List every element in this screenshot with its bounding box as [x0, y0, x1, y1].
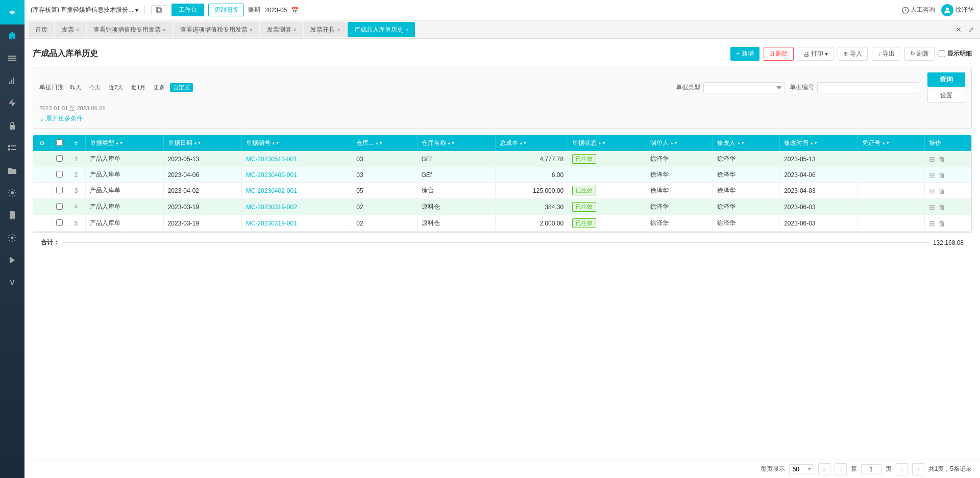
- op-delete-icon-4[interactable]: 🗑: [938, 219, 945, 228]
- shortcut-custom[interactable]: 自定义: [170, 83, 193, 92]
- tab-product-history-close[interactable]: ×: [405, 27, 408, 33]
- row-checkbox-0[interactable]: [56, 155, 63, 162]
- first-page-button[interactable]: «: [818, 463, 830, 475]
- delete-button[interactable]: ⊟ 删除: [764, 47, 794, 61]
- col-settings[interactable]: ⚙: [33, 135, 52, 151]
- close-all-tabs-button[interactable]: ✕: [953, 24, 964, 35]
- col-date[interactable]: 单据日期 ▲▼: [163, 135, 241, 151]
- cell-checkbox-0[interactable]: [52, 151, 67, 167]
- switch-version-button[interactable]: 切到旧版: [208, 4, 244, 16]
- tab-invoice-open[interactable]: 发票开具 ×: [304, 22, 347, 37]
- number-link-0[interactable]: MC-20230513-001: [246, 156, 297, 163]
- row-checkbox-2[interactable]: [56, 187, 63, 193]
- sidebar-item-folder[interactable]: [0, 159, 24, 182]
- op-delete-icon-0[interactable]: 🗑: [938, 155, 945, 163]
- col-creator[interactable]: 制单人 ▲▼: [646, 135, 713, 151]
- op-delete-icon-2[interactable]: 🗑: [938, 187, 945, 195]
- tab-invoice-calc[interactable]: 发票测算 ×: [260, 22, 303, 37]
- cell-number-0[interactable]: MC-20230513-001: [241, 151, 352, 167]
- cell-number-1[interactable]: MC-20230406-001: [241, 167, 352, 183]
- shortcut-1month[interactable]: 近1月: [128, 83, 149, 92]
- sidebar-item-play[interactable]: [0, 249, 24, 271]
- calendar-icon[interactable]: 📅: [291, 7, 299, 14]
- last-page-button[interactable]: »: [912, 463, 924, 475]
- col-total-cost[interactable]: 总成本 ▲▼: [495, 135, 568, 151]
- sidebar-item-mobile[interactable]: [0, 204, 24, 227]
- set-button[interactable]: 设置: [927, 89, 965, 103]
- export-button[interactable]: ↓ 导出: [872, 47, 900, 61]
- print-button[interactable]: 🖨 打印 ▾: [798, 47, 834, 61]
- copy-button[interactable]: [151, 5, 167, 15]
- cell-number-4[interactable]: MC-20230319-001: [241, 215, 352, 232]
- tab-sales-vat-close[interactable]: ×: [163, 27, 166, 33]
- cell-checkbox-1[interactable]: [52, 167, 67, 183]
- col-type[interactable]: 单据类型 ▲▼: [85, 135, 163, 151]
- cell-checkbox-2[interactable]: [52, 183, 67, 199]
- cell-checkbox-4[interactable]: [52, 215, 67, 232]
- col-modifier[interactable]: 修改人 ▲▼: [713, 135, 780, 151]
- expand-filter-button[interactable]: ⌄ 展开更多条件: [39, 114, 965, 123]
- company-selector[interactable]: (库存核算) 直播轻娱通信息技术股份... ▾: [31, 6, 138, 14]
- col-warehouse-code[interactable]: 仓库... ▲▼: [352, 135, 417, 151]
- sidebar-item-menu[interactable]: [0, 47, 24, 69]
- show-detail-checkbox[interactable]: [939, 51, 945, 57]
- cell-checkbox-3[interactable]: [52, 199, 67, 215]
- refresh-button[interactable]: ↻ 刷新: [904, 47, 935, 61]
- workbench-button[interactable]: 工作台: [172, 4, 204, 16]
- user-menu[interactable]: 徐泽华: [941, 4, 974, 16]
- filter-number-input[interactable]: [817, 82, 919, 93]
- tab-product-history[interactable]: 产成品入库单历史 ×: [348, 22, 415, 37]
- next-page-button[interactable]: ›: [896, 463, 908, 475]
- page-size-select[interactable]: 20 50 100: [789, 464, 814, 474]
- row-checkbox-3[interactable]: [56, 203, 63, 210]
- expand-window-button[interactable]: ⤢: [966, 24, 976, 35]
- tab-home[interactable]: 首页: [29, 22, 54, 37]
- row-checkbox-4[interactable]: [56, 219, 63, 226]
- cell-number-2[interactable]: MC-20230402-001: [241, 183, 352, 199]
- shortcut-7days[interactable]: 近7天: [106, 83, 126, 92]
- col-warehouse-name[interactable]: 仓库名称 ▲▼: [417, 135, 495, 151]
- tab-sales-vat[interactable]: 查看销项增值税专用发票 ×: [87, 22, 173, 37]
- sidebar-item-quick[interactable]: [0, 92, 24, 114]
- settings-icon[interactable]: ⚙: [39, 140, 45, 147]
- cell-number-3[interactable]: MC-20230319-002: [241, 199, 352, 215]
- col-status[interactable]: 单据状态 ▲▼: [568, 135, 646, 151]
- sidebar-item-settings[interactable]: [0, 227, 24, 249]
- sidebar-item-tool[interactable]: [0, 182, 24, 204]
- row-checkbox-1[interactable]: [56, 171, 63, 178]
- op-edit-icon-4[interactable]: ⊞: [929, 219, 935, 228]
- tab-invoice-calc-close[interactable]: ×: [293, 27, 297, 33]
- tab-invoice[interactable]: 发票 ×: [55, 22, 86, 37]
- prev-page-button[interactable]: ‹: [835, 463, 847, 475]
- op-delete-icon-3[interactable]: 🗑: [938, 203, 945, 211]
- sidebar-item-list[interactable]: [0, 137, 24, 159]
- tab-invoice-close[interactable]: ×: [76, 27, 79, 33]
- show-detail-checkbox-label[interactable]: 显示明细: [939, 49, 972, 58]
- op-edit-icon-0[interactable]: ⊞: [929, 155, 935, 163]
- number-link-4[interactable]: MC-20230319-001: [246, 220, 297, 227]
- shortcut-yesterday[interactable]: 昨天: [67, 83, 84, 92]
- number-link-1[interactable]: MC-20230406-001: [246, 171, 297, 179]
- sidebar-item-chart[interactable]: [0, 69, 24, 92]
- op-edit-icon-3[interactable]: ⊞: [929, 203, 935, 211]
- op-delete-icon-1[interactable]: 🗑: [938, 171, 945, 179]
- col-voucher[interactable]: 凭证号 ▲▼: [858, 135, 925, 151]
- col-number[interactable]: 单据编号 ▲▼: [241, 135, 352, 151]
- op-edit-icon-1[interactable]: ⊞: [929, 171, 935, 179]
- tab-invoice-open-close[interactable]: ×: [337, 27, 340, 33]
- shortcut-more[interactable]: 更多: [151, 83, 168, 92]
- sidebar-item-lock[interactable]: [0, 114, 24, 137]
- tab-purchase-vat-close[interactable]: ×: [250, 27, 253, 33]
- tab-purchase-vat[interactable]: 查看进项增值税专用发票 ×: [174, 22, 259, 37]
- new-button[interactable]: + 新增: [730, 47, 759, 61]
- col-modify-time[interactable]: 修改时间 ▲▼: [780, 135, 858, 151]
- service-button[interactable]: 人工咨询: [902, 6, 935, 14]
- op-edit-icon-2[interactable]: ⊞: [929, 187, 935, 195]
- sidebar-item-home[interactable]: [0, 24, 24, 47]
- query-button[interactable]: 查询: [927, 72, 965, 87]
- sidebar-item-v[interactable]: V: [0, 271, 24, 294]
- number-link-2[interactable]: MC-20230402-001: [246, 187, 297, 194]
- number-link-3[interactable]: MC-20230319-002: [246, 204, 297, 211]
- page-number-input[interactable]: [861, 464, 881, 474]
- import-button[interactable]: ⊕ 导入: [838, 47, 868, 61]
